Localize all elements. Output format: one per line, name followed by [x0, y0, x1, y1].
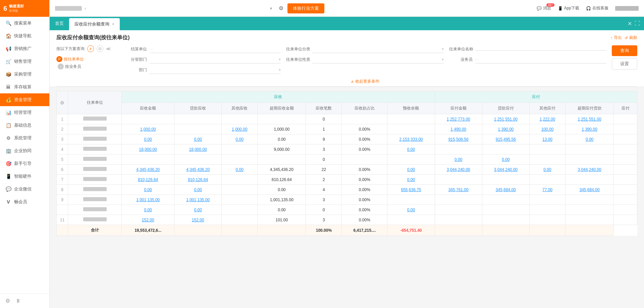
app-download-button[interactable]: 📱 App下载: [558, 5, 579, 11]
table-row: 80.000.000.0040.00%655,636.75345,761.003…: [57, 185, 637, 195]
solution-button[interactable]: 体验行业方案: [287, 3, 324, 13]
sidebar-logo: 6 畅捷通财 标准版: [0, 0, 49, 17]
salesperson-label: 业务员: [449, 57, 473, 62]
sidebar-item-sales[interactable]: 🛒 销售管理: [0, 55, 49, 68]
tab-receivable[interactable]: 应收应付余额查询 ×: [69, 18, 120, 30]
total-ratio: 100.00%: [306, 225, 342, 236]
breadcrumb-text: [55, 6, 82, 11]
filter-label-row: 按以下方案查询 + ⊙ ≪: [56, 45, 123, 52]
wechat-icon: 💬: [5, 186, 11, 192]
total-col5: [258, 225, 306, 236]
sidebar-label-basic: 基础信息: [14, 122, 32, 128]
col-loan-receivable: 贷款应收: [174, 103, 222, 114]
sidebar-item-hardware[interactable]: 📱 智能硬件: [0, 170, 49, 183]
sidebar-item-basic[interactable]: 📋 基础信息: [0, 119, 49, 132]
collapse-label: 收起更多条件: [355, 79, 379, 84]
col-receivable-ratio: 应收款占比: [342, 103, 387, 114]
sidebar-item-search[interactable]: 🔍 搜索菜单: [0, 17, 49, 30]
topbar-gear-icon[interactable]: ⚙: [279, 5, 283, 11]
capital-icon: 💰: [5, 97, 11, 103]
collapse-button[interactable]: ∧ 收起更多条件: [351, 79, 379, 84]
table-row: 101,252,773.001,251,551.001,222.001,251,…: [57, 114, 637, 124]
app-icon: 📱: [558, 6, 563, 11]
export-button[interactable]: ↑ 导出: [610, 35, 622, 41]
table-row: 21,000.001,000.001,000.0010.00%1,490.001…: [57, 124, 637, 134]
user-avatar[interactable]: [615, 6, 639, 11]
marketing-icon: 📢: [5, 46, 11, 52]
sidebar-item-marketing[interactable]: 📢 营销推广: [0, 42, 49, 55]
tab-home[interactable]: 首页: [50, 17, 69, 30]
sidebar-item-operations[interactable]: 📊 经营管理: [0, 106, 49, 119]
query-btn-group: 查询 设置: [612, 45, 637, 86]
filter-settings-button[interactable]: ⊙: [97, 45, 103, 52]
partner-nature-select[interactable]: ▾: [312, 56, 443, 63]
settlement-dots: ···: [150, 47, 153, 51]
vip-icon: V: [5, 199, 11, 205]
settlement-input[interactable]: ···: [150, 45, 281, 53]
home-icon: 🏠: [5, 33, 11, 39]
export-label: 导出: [614, 35, 622, 41]
total-row: 合计 19,553,472,6... 100.00% 6,417,215....…: [57, 225, 637, 236]
total-col11: [530, 225, 566, 236]
message-button[interactable]: 💬 消息 99+: [537, 5, 551, 11]
filter-dept2: 部门 ▾: [123, 66, 281, 74]
main-area: › ▾ ⚙ 体验行业方案 💬 消息 99+ 📱 App下载 🎧 在线客服: [50, 0, 644, 308]
sidebar-item-purchase[interactable]: 📦 采购管理: [0, 68, 49, 81]
settings-bottom-icon[interactable]: ⚙: [5, 298, 10, 304]
service-button[interactable]: 🎧 在线客服: [586, 5, 608, 11]
col-settings[interactable]: ⚙: [57, 91, 68, 114]
sidebar-label-system: 系统管理: [14, 135, 32, 141]
refresh-button[interactable]: ↺ 刷新: [625, 35, 637, 41]
sidebar-item-capital[interactable]: 💰 资金管理: [0, 93, 49, 106]
service-label: 在线客服: [592, 5, 608, 11]
partner-option-label: 按往来单位: [64, 56, 84, 62]
dept2-select[interactable]: ▾: [150, 66, 281, 74]
col-partner-label: 往来单位: [87, 100, 103, 105]
collapse-sidebar-icon[interactable]: ⏸: [15, 298, 21, 304]
app-label: App下载: [564, 5, 579, 11]
sidebar-item-inventory[interactable]: 🏛 库存核算: [0, 81, 49, 93]
filter-option-partner[interactable]: P 按往来单位: [56, 56, 123, 62]
total-col10: [482, 225, 529, 236]
collapse-up-icon: ∧: [351, 79, 354, 84]
sidebar-label-search: 搜索菜单: [14, 20, 32, 26]
filter-option-staff[interactable]: ○ 按业务员: [58, 63, 123, 70]
sidebar-item-guide[interactable]: 🎯 新手引导: [0, 157, 49, 170]
partner-name-label: 往来单位名称: [449, 46, 473, 52]
partner-name-input[interactable]: [475, 48, 606, 51]
close-window-icon[interactable]: ✕: [628, 20, 632, 27]
table-row: 7810,126.64810,126.64810,126.6420.00%0.0…: [57, 175, 637, 185]
refresh-label: 刷新: [629, 35, 637, 41]
maximize-icon[interactable]: ⛶: [635, 20, 640, 27]
sidebar-item-enterprise[interactable]: 🏢 企业协同: [0, 144, 49, 157]
group-payable-header: 应付: [435, 91, 637, 103]
filter-add-button[interactable]: +: [87, 45, 94, 52]
total-payable-amount: -654,751.40: [387, 225, 435, 236]
table-settings-icon[interactable]: ⚙: [60, 100, 64, 105]
filter-collapse-icon[interactable]: ≪: [106, 46, 111, 51]
page-content: 应收应付余额查询(按往来单位) ↑ 导出 ↺ 刷新: [50, 30, 644, 308]
settings-button[interactable]: 设置: [612, 58, 637, 70]
query-button[interactable]: 查询: [612, 45, 637, 56]
message-badge: 99+: [546, 3, 554, 7]
sidebar-item-system[interactable]: ⚙ 系统管理: [0, 132, 49, 144]
sidebar-item-vip[interactable]: V 畅会员: [0, 195, 49, 208]
enterprise-icon: 🏢: [5, 148, 11, 154]
sidebar-label-purchase: 采购管理: [14, 71, 32, 77]
topbar-dropdown-icon[interactable]: ▾: [270, 6, 272, 11]
col-receivable-amount: 应收金额: [122, 103, 174, 114]
sidebar-label-marketing: 营销推广: [14, 46, 32, 52]
salesperson-input[interactable]: ···: [475, 56, 606, 63]
partner-category-select[interactable]: ▾: [312, 45, 443, 53]
department-select[interactable]: ▾: [150, 56, 281, 63]
col-payable-suffix: 应付: [614, 103, 637, 114]
sidebar-label-vip: 畅会员: [14, 199, 27, 205]
salesperson-dots: ···: [475, 57, 479, 62]
sidebar-item-wechat[interactable]: 💬 企业微信: [0, 183, 49, 195]
filter-settlement: 结算单位 ···: [123, 45, 281, 53]
sidebar-label-enterprise: 企业协同: [14, 148, 32, 154]
table-row: 0.000.000.0000.00%0.00: [57, 205, 637, 215]
filter-salesperson: 业务员 ···: [449, 56, 606, 63]
sidebar-item-quicknav[interactable]: 🏠 快捷导航: [0, 30, 49, 42]
tab-close-icon[interactable]: ×: [112, 22, 114, 27]
